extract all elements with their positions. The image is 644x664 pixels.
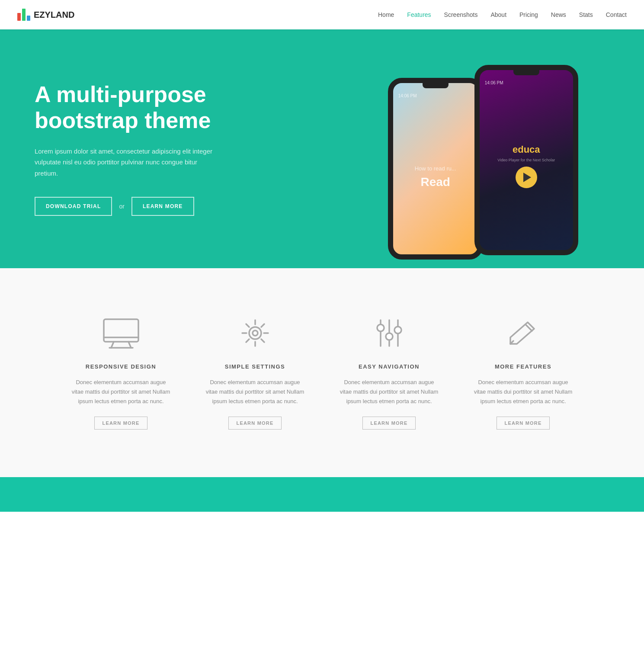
phone-left: 14:06 PM How to read ru... Read <box>388 78 483 260</box>
nav-link-stats[interactable]: Stats <box>579 11 593 18</box>
feature-card-more: MORE FEATURES Donec elementum accumsan a… <box>465 307 582 438</box>
brand-name: EZYLAND <box>34 10 74 20</box>
svg-point-20 <box>394 327 401 334</box>
logo-bar-1 <box>17 13 21 21</box>
features-section: RESPONSIVE DESIGN Donec elementum accums… <box>0 268 644 477</box>
learn-more-more-button[interactable]: LEARN MORE <box>497 417 550 430</box>
hero-body: Lorem ipsum dolor sit amet, consectetur … <box>35 146 216 179</box>
svg-rect-0 <box>104 319 138 342</box>
hero-section: A multi-purpose bootstrap theme Lorem ip… <box>0 0 644 268</box>
nav-link-news[interactable]: News <box>551 11 566 18</box>
hero-content: A multi-purpose bootstrap theme Lorem ip… <box>0 29 322 268</box>
nav-link-home[interactable]: Home <box>378 11 394 18</box>
svg-line-11 <box>246 324 249 327</box>
play-triangle <box>523 173 531 182</box>
hero-image: 14:06 PM How to read ru... Read 14:06 PM… <box>322 29 644 268</box>
phone-notch-right <box>513 70 539 75</box>
svg-line-1 <box>111 342 114 348</box>
feature-desc-navigation: Donec elementum accumsan augue vitae mat… <box>340 378 439 406</box>
download-trial-button[interactable]: DOWNLOAD TRIAL <box>35 197 112 216</box>
feature-card-navigation: EASY NAVIGATION Donec elementum accumsan… <box>331 307 448 438</box>
phone-screen-left: How to read ru... Read <box>393 100 478 254</box>
svg-point-6 <box>253 330 258 336</box>
svg-point-18 <box>377 324 384 331</box>
pencil-icon <box>504 316 543 350</box>
learn-more-responsive-button[interactable]: LEARN MORE <box>94 417 148 430</box>
svg-line-12 <box>261 339 264 342</box>
learn-more-navigation-button[interactable]: LEARN MORE <box>362 417 416 430</box>
phone-screen-right: educa Video Player for the Next Scholar <box>480 87 573 250</box>
nav-item-contact[interactable]: Contact <box>606 11 627 19</box>
feature-desc-responsive: Donec elementum accumsan augue vitae mat… <box>71 378 171 406</box>
svg-line-13 <box>261 324 264 327</box>
play-button-icon <box>516 167 537 188</box>
hero-buttons: DOWNLOAD TRIAL or LEARN MORE <box>35 197 296 216</box>
nav-link-contact[interactable]: Contact <box>606 11 627 18</box>
nav-item-about[interactable]: About <box>490 11 506 19</box>
svg-point-5 <box>249 327 261 339</box>
monitor-icon <box>102 316 141 350</box>
feature-title-settings: SIMPLE SETTINGS <box>205 363 305 370</box>
phones-wrapper: 14:06 PM How to read ru... Read 14:06 PM… <box>379 52 587 268</box>
nav-link-screenshots[interactable]: Screenshots <box>444 11 478 18</box>
feature-title-more: MORE FEATURES <box>474 363 573 370</box>
nav-item-home[interactable]: Home <box>378 11 394 19</box>
logo-bar-3 <box>27 16 30 21</box>
feature-card-responsive: RESPONSIVE DESIGN Donec elementum accums… <box>63 307 179 438</box>
svg-line-14 <box>246 339 249 342</box>
phone-time-left: 14:06 PM <box>393 92 478 100</box>
nav-item-features[interactable]: Features <box>407 11 431 19</box>
svg-point-19 <box>386 333 393 340</box>
nav-links: Home Features Screenshots About Pricing … <box>378 11 627 19</box>
nav-link-features[interactable]: Features <box>407 11 431 18</box>
phone-right: 14:06 PM educa Video Player for the Next… <box>474 65 578 255</box>
nav-item-screenshots[interactable]: Screenshots <box>444 11 478 19</box>
nav-item-pricing[interactable]: Pricing <box>519 11 538 19</box>
nav-item-news[interactable]: News <box>551 11 566 19</box>
phone-notch-left <box>423 83 449 88</box>
logo-icon <box>17 9 30 21</box>
logo-bar-2 <box>22 9 26 21</box>
nav-item-stats[interactable]: Stats <box>579 11 593 19</box>
navigation: EZYLAND Home Features Screenshots About … <box>0 0 644 29</box>
gear-icon <box>236 316 275 350</box>
feature-desc-more: Donec elementum accumsan augue vitae mat… <box>474 378 573 406</box>
hero-or-text: or <box>119 203 124 210</box>
feature-title-responsive: RESPONSIVE DESIGN <box>71 363 171 370</box>
nav-link-pricing[interactable]: Pricing <box>519 11 538 18</box>
learn-more-hero-button[interactable]: LEARN MORE <box>131 197 194 216</box>
feature-desc-settings: Donec elementum accumsan augue vitae mat… <box>205 378 305 406</box>
footer-strip <box>0 477 644 512</box>
features-grid: RESPONSIVE DESIGN Donec elementum accums… <box>63 307 582 438</box>
hero-heading: A multi-purpose bootstrap theme <box>35 82 296 134</box>
sliders-icon <box>370 316 409 350</box>
feature-card-settings: SIMPLE SETTINGS Donec elementum accumsan… <box>197 307 314 438</box>
learn-more-settings-button[interactable]: LEARN MORE <box>228 417 282 430</box>
feature-title-navigation: EASY NAVIGATION <box>340 363 439 370</box>
svg-line-2 <box>128 342 131 348</box>
nav-link-about[interactable]: About <box>490 11 506 18</box>
phone-time-right: 14:06 PM <box>480 79 573 87</box>
brand-logo[interactable]: EZYLAND <box>17 9 74 21</box>
